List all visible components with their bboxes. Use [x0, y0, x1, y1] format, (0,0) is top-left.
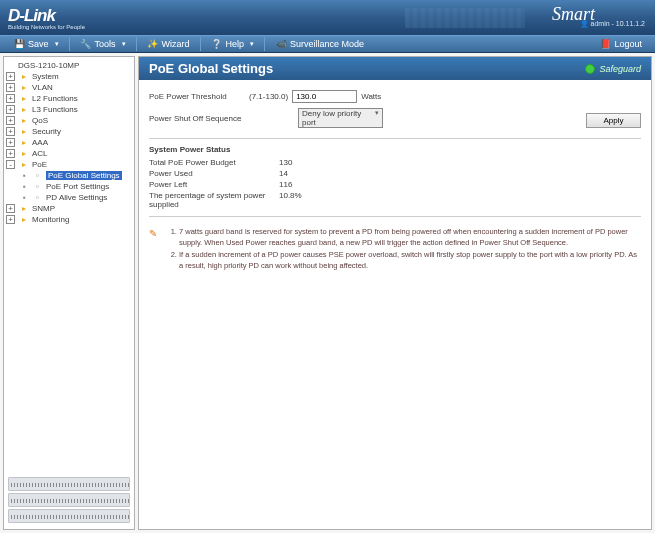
- stat-value: 10.8%: [279, 191, 329, 209]
- chevron-down-icon: ▾: [122, 40, 126, 48]
- tree-label: L3 Functions: [32, 105, 78, 114]
- menu-label: Surveillance Mode: [290, 39, 364, 49]
- tree-item-l3-functions[interactable]: +▸L3 Functions: [6, 104, 132, 115]
- notice-block: ✎ 7 watts guard band is reserved for sys…: [149, 227, 641, 273]
- tree-label: QoS: [32, 116, 48, 125]
- tree-item-system[interactable]: +▸System: [6, 71, 132, 82]
- folder-icon: ▸: [18, 215, 29, 224]
- stat-row: The percentage of system power supplied1…: [149, 190, 641, 210]
- tree-bullet-icon: ▪: [20, 171, 29, 180]
- menu-label: Logout: [614, 39, 642, 49]
- device-thumb: [8, 477, 130, 491]
- folder-icon: ▸: [18, 138, 29, 147]
- tree-toggle-icon[interactable]: +: [6, 94, 15, 103]
- menu-tools[interactable]: 🔧 Tools ▾: [72, 36, 134, 52]
- logout-icon: 📕: [599, 38, 611, 50]
- pencil-icon: ✎: [149, 227, 163, 273]
- surveillance-icon: 📹: [275, 38, 287, 50]
- tree-toggle-icon[interactable]: +: [6, 215, 15, 224]
- stat-value: 130: [279, 158, 329, 167]
- chevron-down-icon: ▾: [55, 40, 59, 48]
- stat-value: 116: [279, 180, 329, 189]
- tree-toggle-icon[interactable]: +: [6, 204, 15, 213]
- tree-label: PD Alive Settings: [46, 193, 107, 202]
- menu-logout[interactable]: 📕 Logout: [591, 36, 650, 52]
- content-body: PoE Power Threshold (7.1-130.0) Watts Po…: [139, 80, 651, 283]
- tree-item-aaa[interactable]: +▸AAA: [6, 137, 132, 148]
- tree-item-acl[interactable]: +▸ACL: [6, 148, 132, 159]
- device-thumb: [8, 509, 130, 523]
- tree-label: ACL: [32, 149, 48, 158]
- menu-label: Help: [226, 39, 245, 49]
- sequence-label: Power Shut Off Sequence: [149, 114, 249, 123]
- tree-toggle-icon[interactable]: +: [6, 72, 15, 81]
- tree-toggle-icon[interactable]: +: [6, 116, 15, 125]
- stat-row: Power Left116: [149, 179, 641, 190]
- tree-item-qos[interactable]: +▸QoS: [6, 115, 132, 126]
- sequence-value: Deny low priority port: [302, 109, 361, 127]
- tree-item-poe[interactable]: -▸PoE: [6, 159, 132, 170]
- tree-item-vlan[interactable]: +▸VLAN: [6, 82, 132, 93]
- tree-item-poe-global-settings[interactable]: ▪▫PoE Global Settings: [6, 170, 132, 181]
- safeguard-badge: Safeguard: [585, 64, 641, 74]
- folder-icon: ▸: [18, 127, 29, 136]
- menu-save[interactable]: 💾 Save ▾: [5, 36, 67, 52]
- stat-row: Total PoE Power Budget130: [149, 157, 641, 168]
- tree-toggle-icon[interactable]: +: [6, 105, 15, 114]
- threshold-input[interactable]: [292, 90, 357, 103]
- tree-toggle-icon[interactable]: +: [6, 83, 15, 92]
- sequence-select[interactable]: Deny low priority port: [298, 108, 383, 128]
- threshold-label: PoE Power Threshold: [149, 92, 249, 101]
- tree-label: DGS-1210-10MP: [18, 61, 79, 70]
- menu-separator: [264, 37, 265, 51]
- app-header: D-Link Building Networks for People Smar…: [0, 0, 655, 35]
- tree-label: SNMP: [32, 204, 55, 213]
- folder-icon: ▸: [18, 105, 29, 114]
- logo-area: D-Link Building Networks for People: [8, 6, 85, 30]
- menu-wizard[interactable]: ✨ Wizard: [139, 36, 198, 52]
- folder-icon: ▸: [18, 204, 29, 213]
- stat-label: Power Left: [149, 180, 279, 189]
- help-icon: ❔: [211, 38, 223, 50]
- tree-label: System: [32, 72, 59, 81]
- stat-label: Power Used: [149, 169, 279, 178]
- menu-separator: [69, 37, 70, 51]
- menu-help[interactable]: ❔ Help ▾: [203, 36, 263, 52]
- tree-item-poe-port-settings[interactable]: ▪▫PoE Port Settings: [6, 181, 132, 192]
- safeguard-label: Safeguard: [599, 64, 641, 74]
- tree-toggle-icon[interactable]: +: [6, 138, 15, 147]
- logo-tagline: Building Networks for People: [8, 24, 85, 30]
- menu-label: Save: [28, 39, 49, 49]
- menu-surveillance[interactable]: 📹 Surveillance Mode: [267, 36, 372, 52]
- tree-toggle-icon[interactable]: +: [6, 149, 15, 158]
- content-panel: PoE Global Settings Safeguard PoE Power …: [138, 56, 652, 530]
- status-title: System Power Status: [149, 145, 641, 154]
- tree-label: PoE: [32, 160, 47, 169]
- tree-item-monitoring[interactable]: +▸Monitoring: [6, 214, 132, 225]
- menu-label: Wizard: [162, 39, 190, 49]
- notice-item: If a sudden increment of a PD power caus…: [179, 250, 641, 271]
- tools-icon: 🔧: [80, 38, 92, 50]
- tree-toggle-icon[interactable]: +: [6, 127, 15, 136]
- main-container: DGS-1210-10MP +▸System+▸VLAN+▸L2 Functio…: [0, 53, 655, 533]
- chevron-down-icon: ▾: [250, 40, 254, 48]
- tree-label: Monitoring: [32, 215, 69, 224]
- tree-root[interactable]: DGS-1210-10MP: [6, 60, 132, 71]
- safeguard-icon: [585, 64, 595, 74]
- folder-icon: ▸: [18, 116, 29, 125]
- device-thumbnails: [8, 477, 130, 525]
- tree-label: AAA: [32, 138, 48, 147]
- apply-button[interactable]: Apply: [586, 113, 641, 128]
- tree-item-l2-functions[interactable]: +▸L2 Functions: [6, 93, 132, 104]
- folder-icon: ▸: [18, 83, 29, 92]
- stat-label: The percentage of system power supplied: [149, 191, 279, 209]
- admin-info: admin - 10.11.1.2: [580, 20, 645, 28]
- ports-graphic: [405, 8, 525, 28]
- tree-bullet-icon: ▪: [20, 193, 29, 202]
- tree-item-security[interactable]: +▸Security: [6, 126, 132, 137]
- tree-toggle-icon[interactable]: -: [6, 160, 15, 169]
- tree-item-pd-alive-settings[interactable]: ▪▫PD Alive Settings: [6, 192, 132, 203]
- wizard-icon: ✨: [147, 38, 159, 50]
- tree-item-snmp[interactable]: +▸SNMP: [6, 203, 132, 214]
- sidebar-tree: DGS-1210-10MP +▸System+▸VLAN+▸L2 Functio…: [3, 56, 135, 530]
